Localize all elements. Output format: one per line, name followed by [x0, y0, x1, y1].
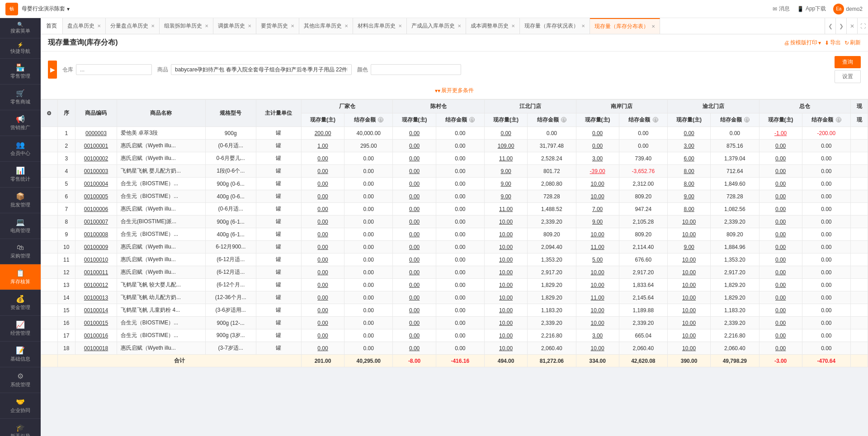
tab-close-icon[interactable]: ✕ [651, 24, 655, 29]
sidebar-item-purchase[interactable]: 🛍 采购管理 [0, 239, 41, 264]
sidebar-item-nav[interactable]: ⚡ 快捷导航 [0, 38, 41, 59]
tab-close-icon[interactable]: ✕ [248, 23, 251, 28]
sidebar-item-retail-stat[interactable]: 📊 零售统计 [0, 162, 41, 188]
sidebar-item-wholesale[interactable]: 📦 批发管理 [0, 188, 41, 213]
summary-yubei-amt: 49,798.29 [711, 355, 759, 367]
tab-inventory-count[interactable]: 盘点单历史 ✕ [63, 18, 106, 34]
sidebar-item-basic[interactable]: 📝 基础信息 [0, 342, 41, 367]
setting-btn[interactable]: 设置 [835, 70, 861, 83]
tab-transfer[interactable]: 调拨单历史 ✕ [213, 18, 256, 34]
row-gear[interactable] [41, 279, 58, 291]
tab-sub-inventory[interactable]: 分量盘点单历史 ✕ [106, 18, 160, 34]
sidebar-item-retail-mall[interactable]: 🛒 零售商城 [0, 84, 41, 110]
wholesale-icon: 📦 [2, 192, 39, 201]
row-gear[interactable] [41, 228, 58, 241]
warehouse-input[interactable] [76, 64, 152, 75]
app-download-btn[interactable]: 📱 App下载 [797, 5, 826, 13]
tab-product-in[interactable]: 产成品入库单历史 ✕ [407, 18, 466, 34]
row-gear[interactable] [41, 127, 58, 140]
info-icon[interactable]: ① [469, 117, 475, 122]
sidebar-item-guide[interactable]: 🎓 新手引导 [0, 419, 41, 436]
row-gear[interactable] [41, 253, 58, 266]
sidebar-item-ecommerce[interactable]: 💻 电商管理 [0, 213, 41, 239]
row-gear[interactable] [41, 165, 58, 178]
tab-maximize-btn[interactable]: ⛶ [857, 18, 868, 34]
row-gear[interactable] [41, 304, 58, 317]
row-yubei-qty: 8.00 [668, 178, 711, 190]
refresh-btn[interactable]: ↻ 刷新 [844, 39, 861, 47]
row-gear[interactable] [41, 342, 58, 355]
row-nanan-qty: 3.00 [576, 329, 619, 342]
tab-stock-dist[interactable]: 现存量（库存分布表） ✕ [590, 18, 660, 34]
row-yubei-amt: 1,849.60 [711, 178, 759, 190]
info-icon[interactable]: ① [653, 117, 658, 122]
row-gear[interactable] [41, 266, 58, 279]
tab-close-icon[interactable]: ✕ [97, 23, 101, 28]
info-icon[interactable]: ① [378, 117, 383, 122]
tab-cost-adjust[interactable]: 成本调整单历史 ✕ [466, 18, 520, 34]
info-icon[interactable]: ① [836, 117, 841, 122]
print-btn[interactable]: 🖨 按模版打印 ▾ [784, 39, 821, 47]
row-spec: 900g (12-... [205, 317, 256, 329]
message-btn[interactable]: ✉ 消息 [773, 5, 790, 13]
sidebar-item-member[interactable]: 👥 会员中心 [0, 136, 41, 162]
sidebar-item-operation[interactable]: 📈 经营管理 [0, 316, 41, 342]
row-gear[interactable] [41, 152, 58, 165]
tab-home[interactable]: 首页 [41, 18, 63, 34]
row-gear[interactable] [41, 190, 58, 203]
row-gear[interactable] [41, 317, 58, 329]
export-btn[interactable]: ⬇ 导出 [825, 39, 841, 47]
query-btn[interactable]: 查询 [835, 56, 861, 68]
sidebar-item-system[interactable]: ⚙ 系统管理 [0, 367, 41, 393]
row-gear[interactable] [41, 178, 58, 190]
row-gear[interactable] [41, 203, 58, 216]
row-changjiacao-amt: 0.00 [344, 241, 393, 253]
row-chencun-qty: 0.00 [393, 253, 436, 266]
tab-material-out[interactable]: 材料出库单历史 ✕ [353, 18, 407, 34]
tab-prev-btn[interactable]: ❮ [825, 18, 835, 34]
info-icon[interactable]: ① [744, 117, 750, 122]
collapse-btn[interactable]: ▶ [48, 61, 57, 79]
row-chencun-amt: 0.00 [436, 279, 484, 291]
row-gear[interactable] [41, 241, 58, 253]
row-nanan-amt: 0.00 [619, 127, 667, 140]
sidebar-item-retail[interactable]: 🏪 零售管理 [0, 59, 41, 84]
tab-stock-status[interactable]: 现存量（库存状况表） ✕ [520, 18, 590, 34]
tab-close-icon[interactable]: ✕ [581, 23, 585, 28]
row-gear[interactable] [41, 216, 58, 228]
tab-close-icon[interactable]: ✕ [458, 23, 461, 28]
expand-btn[interactable]: ▾▾ 展开更多条件 [435, 87, 474, 94]
tab-purchase-req[interactable]: 要货单历史 ✕ [256, 18, 299, 34]
sidebar-item-marketing[interactable]: 📢 营销推广 [0, 110, 41, 136]
sidebar-item-inventory[interactable]: 📋 库存核算 [0, 264, 41, 290]
sidebar-item-finance[interactable]: 💰 资金管理 [0, 290, 41, 316]
row-gear[interactable] [41, 291, 58, 304]
tab-close-icon[interactable]: ✕ [151, 23, 155, 28]
sidebar-item-search[interactable]: 🔍 搜索英单 [0, 18, 41, 38]
row-gear[interactable] [41, 329, 58, 342]
row-jiangbei-amt: 1,829.20 [528, 291, 576, 304]
store-selector[interactable]: 母婴行业演示陈套 ▾ [22, 5, 70, 13]
row-gear[interactable] [41, 140, 58, 152]
user-area[interactable]: Ea demo2 [833, 4, 863, 14]
tab-combine[interactable]: 组装拆卸单历史 ✕ [160, 18, 213, 34]
row-code: 00100004 [75, 178, 117, 190]
info-icon[interactable]: ① [561, 117, 566, 122]
row-total-amt: 0.00 [802, 266, 850, 279]
goods-input[interactable] [171, 64, 352, 75]
tab-close-all-btn[interactable]: ✕ [846, 18, 857, 34]
tab-next-btn[interactable]: ❯ [835, 18, 846, 34]
tab-other-out[interactable]: 其他出库单历史 ✕ [299, 18, 353, 34]
tab-close-icon[interactable]: ✕ [511, 23, 515, 28]
row-yubei-qty: 10.00 [668, 291, 711, 304]
row-nanan-qty: 10.00 [576, 190, 619, 203]
tab-close-icon[interactable]: ✕ [398, 23, 402, 28]
col-gear[interactable]: ⚙ [41, 100, 58, 127]
tab-close-icon[interactable]: ✕ [344, 23, 348, 28]
sidebar-item-corp[interactable]: 🤝 企业协同 [0, 393, 41, 419]
row-yubei-amt: 1,829.20 [711, 279, 759, 291]
row-current [851, 203, 868, 216]
tab-close-icon[interactable]: ✕ [291, 23, 294, 28]
tab-close-icon[interactable]: ✕ [205, 23, 208, 28]
color-input[interactable] [371, 64, 461, 75]
